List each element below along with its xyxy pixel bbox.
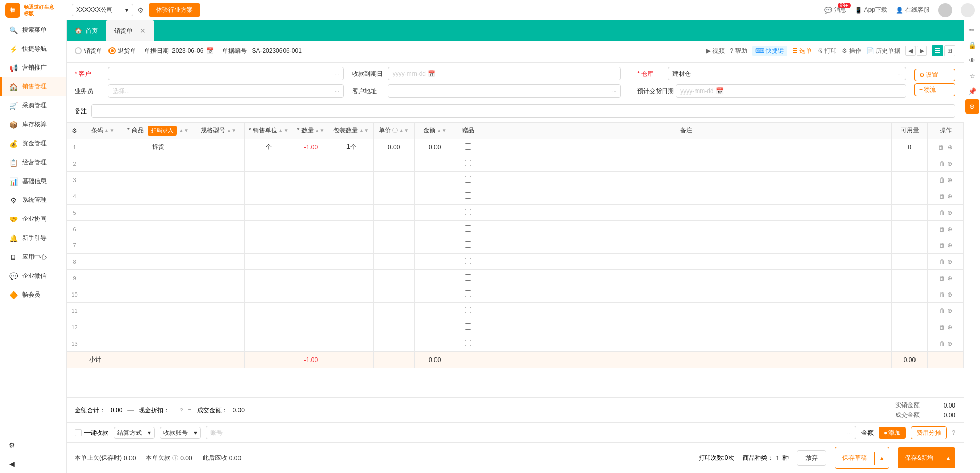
row-price-13[interactable] [374,335,415,352]
delete-icon-10[interactable]: 🗑 [939,291,945,298]
row-qty-9[interactable] [293,270,329,286]
tab-home[interactable]: 🏠 首页 [67,20,106,41]
copy-icon-13[interactable]: ⊕ [947,340,952,347]
row-product-11[interactable] [123,303,193,319]
gift-checkbox-4[interactable] [465,192,471,199]
row-unit-2[interactable] [244,155,293,172]
gift-checkbox-5[interactable] [465,209,471,215]
sidebar-item-wechat[interactable]: 💬 企业微信 [0,266,66,285]
right-tool-compose[interactable]: ✏ [965,22,979,37]
row-qty-5[interactable] [293,205,329,221]
row-amount-5[interactable] [415,205,455,221]
row-remark-13[interactable] [481,335,892,352]
row-barcode-12[interactable] [82,319,123,335]
row-spec-10[interactable] [193,286,244,303]
row-gift-3[interactable] [455,172,481,188]
row-remark-4[interactable] [481,188,892,205]
delete-icon-13[interactable]: 🗑 [939,340,945,347]
gift-checkbox-7[interactable] [465,241,471,248]
tab-close-icon[interactable]: ✕ [140,27,146,35]
row-product-5[interactable] [123,205,193,221]
gift-checkbox-11[interactable] [465,307,471,313]
gift-checkbox-3[interactable] [465,176,471,183]
row-unit-6[interactable] [244,221,293,237]
account-number-input[interactable]: 账号 ··· [206,426,856,439]
row-gift-10[interactable] [455,286,481,303]
row-product-1[interactable]: 拆货 [123,139,193,155]
calendar-icon[interactable]: 📅 [206,47,214,54]
copy-icon-5[interactable]: ⊕ [947,209,952,216]
radio-return[interactable]: 退货单 [108,47,136,55]
right-tool-pin[interactable]: 📌 [965,84,979,98]
row-product-6[interactable] [123,221,193,237]
save-draft-btn[interactable]: 保存草稿 ▲ [835,447,889,469]
one-click-payment-checkbox[interactable]: 一键收款 [75,429,108,437]
row-spec-2[interactable] [193,155,244,172]
delete-icon-4[interactable]: 🗑 [939,193,945,200]
row-gift-4[interactable] [455,188,481,205]
toolbar-print[interactable]: 🖨 打印 [817,47,837,55]
delete-icon-7[interactable]: 🗑 [939,242,945,249]
expense-btn[interactable]: 费用分摊 [911,426,947,439]
discard-btn[interactable]: 放弃 [797,450,826,466]
row-spec-12[interactable] [193,319,244,335]
row-price-7[interactable] [374,237,415,254]
sidebar-item-global-settings[interactable]: ⚙ [0,436,66,455]
row-qty-8[interactable] [293,254,329,270]
row-barcode-10[interactable] [82,286,123,303]
row-remark-9[interactable] [481,270,892,286]
row-qty-3[interactable] [293,172,329,188]
row-product-12[interactable] [123,319,193,335]
row-gift-6[interactable] [455,221,481,237]
toolbar-history[interactable]: 📄 历史单据 [866,47,900,55]
row-remark-6[interactable] [481,221,892,237]
row-amount-2[interactable] [415,155,455,172]
sidebar-item-quick-nav[interactable]: ⚡ 快捷导航 [0,39,66,58]
discount-info-icon[interactable]: ? [180,407,183,413]
right-tool-eye[interactable]: 👁 [965,53,979,67]
row-pkgqty-1[interactable]: 1个 [329,139,374,155]
warehouse-input[interactable]: 建材仓 ··· [668,67,906,80]
row-product-9[interactable] [123,270,193,286]
gift-checkbox-2[interactable] [465,160,471,166]
row-unit-1[interactable]: 个 [244,139,293,155]
row-amount-9[interactable] [415,270,455,286]
row-price-8[interactable] [374,254,415,270]
delete-icon-1[interactable]: 🗑 [938,144,944,151]
copy-icon-8[interactable]: ⊕ [947,258,952,265]
gift-checkbox-6[interactable] [465,225,471,232]
remarks-input[interactable] [91,104,955,118]
row-product-4[interactable] [123,188,193,205]
payment-due-input[interactable]: yyyy-mm-dd 📅 [388,67,621,80]
row-pkgqty-4[interactable] [329,188,374,205]
row-remark-1[interactable] [481,139,892,155]
row-product-2[interactable] [123,155,193,172]
gift-checkbox-10[interactable] [465,290,471,297]
sidebar-item-inventory[interactable]: 📦 库存核算 [0,115,66,134]
row-pkgqty-8[interactable] [329,254,374,270]
row-product-7[interactable] [123,237,193,254]
row-price-9[interactable] [374,270,415,286]
row-amount-4[interactable] [415,188,455,205]
row-unit-4[interactable] [244,188,293,205]
view-toggle-grid[interactable]: ⊞ [944,45,955,56]
radio-sales[interactable]: 销货单 [75,47,102,55]
row-pkgqty-9[interactable] [329,270,374,286]
sidebar-item-collapse[interactable]: ◀ [0,455,66,473]
row-barcode-11[interactable] [82,303,123,319]
row-remark-5[interactable] [481,205,892,221]
toolbar-shortcuts[interactable]: ⌨ 快捷键 [752,46,787,56]
row-pkgqty-2[interactable] [329,155,374,172]
sidebar-item-base-info[interactable]: 📊 基础信息 [0,172,66,191]
th-settings[interactable]: ⚙ [67,123,82,139]
sidebar-item-guide[interactable]: 🔔 新手引导 [0,229,66,247]
sidebar-item-search[interactable]: 🔍 搜索菜单 [0,20,66,39]
salesperson-input[interactable]: 选择... ··· [108,84,344,98]
settings-icon[interactable]: ⚙ [137,6,144,14]
copy-icon-10[interactable]: ⊕ [947,291,952,298]
row-amount-8[interactable] [415,254,455,270]
nav-prev[interactable]: ◀ [905,46,916,56]
copy-icon-2[interactable]: ⊕ [947,160,952,167]
sidebar-item-finance[interactable]: 💰 资金管理 [0,134,66,153]
row-pkgqty-13[interactable] [329,335,374,352]
